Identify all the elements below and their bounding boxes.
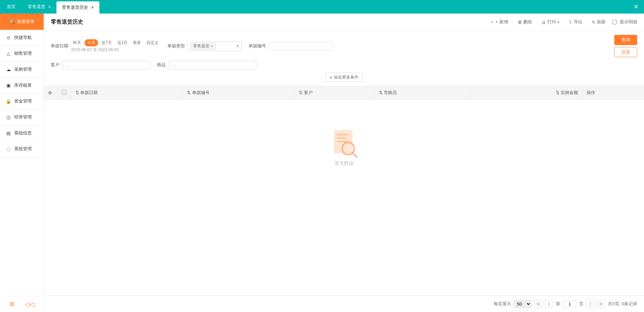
doc-type-label: 单据类型 bbox=[167, 43, 185, 49]
first-page-button[interactable]: ⟨⟨ bbox=[534, 300, 542, 308]
svg-point-6 bbox=[345, 145, 352, 152]
customer-label: 客户 bbox=[51, 62, 59, 68]
sidebar-item-system-mgmt[interactable]: ◌ 系统管理 bbox=[0, 141, 44, 157]
export-button[interactable]: ⇧ 导出 bbox=[566, 18, 585, 26]
table-settings-icon[interactable]: ⚙ bbox=[48, 90, 52, 95]
content-area: 零售退货历史 ＋ + 新增 🗑 删除 🖨 打印 ▾ ⇧ 导出 bbox=[44, 14, 644, 312]
shortcut-more[interactable]: 更多 bbox=[131, 39, 143, 46]
col-settings[interactable]: ⚙ bbox=[44, 86, 57, 99]
doc-type-tag-close[interactable]: ✕ bbox=[211, 44, 213, 48]
col-doc-date[interactable]: ⇅ 单据日期 bbox=[71, 86, 183, 99]
sidebar-item-label: 库存核算 bbox=[14, 82, 32, 88]
add-button[interactable]: ＋ + 新增 bbox=[487, 18, 511, 26]
sidebar-item-finance[interactable]: 🔒 资金管理 bbox=[0, 93, 44, 109]
page-size-select[interactable]: 50 100 200 bbox=[514, 300, 531, 308]
app-close-button[interactable]: ✕ bbox=[628, 3, 644, 10]
sidebar-item-label: 快捷导航 bbox=[14, 35, 32, 41]
chevron-up-icon: ∧ bbox=[330, 75, 333, 80]
volume-icon[interactable]: ◁◁ bbox=[25, 300, 34, 308]
sidebar-item-label: 销售管理 bbox=[14, 50, 32, 57]
sales-icon: △ bbox=[5, 50, 11, 57]
empty-state: 暂无数据 bbox=[44, 99, 644, 194]
tab-retail-return-history[interactable]: 零售退货历史 ✕ bbox=[56, 1, 99, 14]
sidebar-item-label: 基础信息 bbox=[14, 130, 32, 136]
customer-select[interactable]: ... bbox=[62, 61, 150, 69]
shortcut-1month[interactable]: 近1月 bbox=[115, 39, 130, 46]
pagination: 每页显示 50 100 200 ⟨⟨ ⟨ 第 页 ⟩ ⟩⟩ 共0页, 0条记录 bbox=[44, 295, 644, 312]
operation-icon: ◫ bbox=[5, 114, 11, 120]
refresh-button[interactable]: ↻ 刷新 bbox=[589, 18, 609, 26]
sidebar-item-purchase-mgmt[interactable]: ☁ 采购管理 bbox=[0, 62, 44, 77]
customer-dots: ... bbox=[65, 62, 70, 68]
close-retail-return-history-tab[interactable]: ✕ bbox=[91, 5, 94, 10]
delete-button[interactable]: 🗑 删除 bbox=[515, 18, 535, 26]
sidebar-item-operation[interactable]: ◫ 经营管理 bbox=[0, 109, 44, 125]
goods-filter: 商品 ... bbox=[157, 61, 256, 69]
goods-dots: ... bbox=[171, 62, 176, 68]
sidebar-item-label: 资金管理 bbox=[14, 98, 32, 104]
page-size-label: 每页显示 bbox=[494, 301, 511, 307]
col-guide[interactable]: ⇅ 导购员 bbox=[375, 86, 471, 99]
goods-select[interactable]: ... bbox=[168, 61, 256, 69]
base-info-icon: ▤ bbox=[5, 130, 11, 136]
settings-icon[interactable]: ⚙ bbox=[9, 300, 15, 308]
col-doc-no[interactable]: ⇅ 单据编号 bbox=[183, 86, 295, 99]
shortcut-7days[interactable]: 近7天 bbox=[99, 39, 114, 46]
select-all-checkbox[interactable] bbox=[62, 90, 66, 94]
sidebar-item-inventory[interactable]: ▣ 库存核算 bbox=[0, 77, 44, 93]
main-layout: 🔍 搜索菜单 ⊙ 快捷导航 △ 销售管理 ☁ 采购管理 ▣ 库存核算 🔒 资金管… bbox=[0, 14, 644, 312]
page-number-input[interactable] bbox=[563, 300, 576, 308]
tab-home[interactable]: 首页 bbox=[0, 0, 22, 14]
sidebar-search[interactable]: 🔍 搜索菜单 bbox=[0, 14, 44, 30]
tab-bar: 首页 零售退货 ✕ 零售退货历史 ✕ bbox=[0, 0, 628, 14]
tab-retail-return[interactable]: 零售退货 ✕ bbox=[22, 0, 56, 14]
sidebar-item-label: 采购管理 bbox=[14, 66, 32, 72]
show-detail-toggle[interactable]: 显示明细 bbox=[613, 19, 637, 25]
svg-rect-1 bbox=[337, 134, 349, 135]
sidebar-item-label: 系统管理 bbox=[14, 146, 32, 152]
prev-page-button[interactable]: ⟨ bbox=[545, 300, 553, 308]
settings-button[interactable]: 设置 bbox=[614, 47, 637, 57]
query-button[interactable]: 查询 bbox=[614, 35, 637, 45]
sidebar: 🔍 搜索菜单 ⊙ 快捷导航 △ 销售管理 ☁ 采购管理 ▣ 库存核算 🔒 资金管… bbox=[0, 14, 44, 312]
sidebar-item-sales-mgmt[interactable]: △ 销售管理 bbox=[0, 46, 44, 62]
export-icon: ⇧ bbox=[569, 20, 572, 25]
sidebar-item-quick-nav[interactable]: ⊙ 快捷导航 bbox=[0, 30, 44, 46]
shortcut-custom[interactable]: 自定义 bbox=[144, 39, 161, 46]
home-icon: ⊙ bbox=[5, 35, 11, 41]
inventory-icon: ▣ bbox=[5, 82, 11, 88]
col-customer[interactable]: ⇅ 客户 bbox=[294, 86, 375, 99]
shortcut-yesterday[interactable]: 昨天 bbox=[71, 39, 83, 46]
collapse-button[interactable]: ∧ 收起更多条件 bbox=[325, 73, 363, 82]
sidebar-search-label: 搜索菜单 bbox=[17, 19, 34, 25]
col-checkbox[interactable] bbox=[57, 86, 71, 99]
doc-no-input[interactable] bbox=[269, 42, 333, 50]
add-icon: ＋ bbox=[490, 19, 494, 25]
sidebar-bottom: ⚙ ◁◁ bbox=[0, 296, 44, 312]
col-amount[interactable]: ⇅ 实销金额 bbox=[471, 86, 582, 99]
svg-rect-3 bbox=[337, 141, 348, 142]
close-retail-return-tab[interactable]: ✕ bbox=[48, 5, 51, 9]
empty-state-cell: 暂无数据 bbox=[44, 99, 644, 194]
empty-text: 暂无数据 bbox=[335, 160, 354, 166]
print-button[interactable]: 🖨 打印 ▾ bbox=[539, 18, 562, 26]
search-icon: 🔍 bbox=[9, 19, 15, 24]
table-area: ⚙ ⇅ 单据日期 ⇅ 单据编号 bbox=[44, 86, 644, 295]
page-suffix: 页 bbox=[579, 301, 583, 307]
system-icon: ◌ bbox=[5, 146, 11, 152]
col-action: 操作 bbox=[582, 86, 644, 99]
date-shortcuts: 昨天 今天 近7天 近1月 更多 自定义 2023-06-02 至 2023-0… bbox=[71, 39, 161, 53]
query-settings-group: 查询 设置 bbox=[614, 35, 637, 57]
doc-type-chevron-icon: ▾ bbox=[237, 44, 239, 48]
show-detail-checkbox[interactable] bbox=[613, 20, 617, 24]
doc-type-select[interactable]: 零售退货 ✕ ▾ bbox=[188, 41, 242, 51]
date-label: 单据日期 bbox=[51, 43, 68, 49]
finance-icon: 🔒 bbox=[5, 98, 11, 104]
next-page-button[interactable]: ⟩ bbox=[586, 300, 594, 308]
delete-icon: 🗑 bbox=[518, 20, 522, 25]
last-page-button[interactable]: ⟩⟩ bbox=[597, 300, 605, 308]
table-body: 暂无数据 bbox=[44, 99, 644, 194]
shortcut-today[interactable]: 今天 bbox=[85, 39, 98, 46]
sidebar-item-base-info[interactable]: ▤ 基础信息 bbox=[0, 125, 44, 141]
customer-filter: 客户 ... bbox=[51, 61, 150, 69]
